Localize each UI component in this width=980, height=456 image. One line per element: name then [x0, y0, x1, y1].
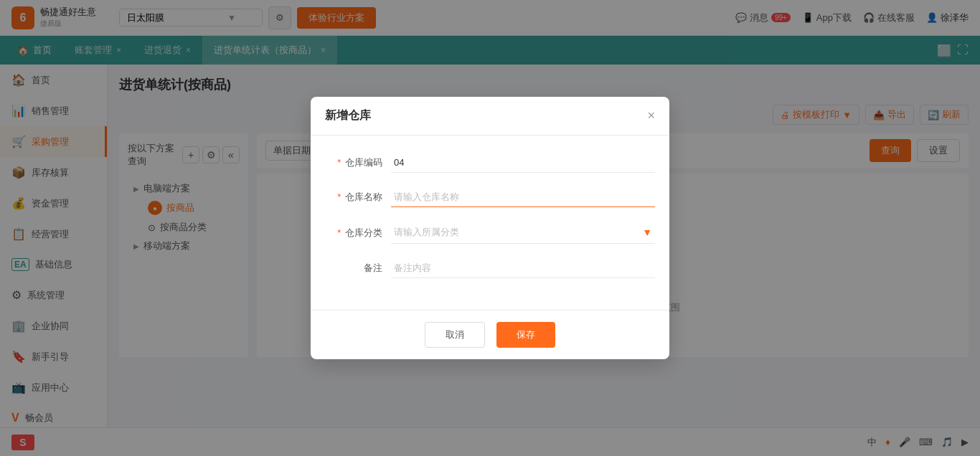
modal-close-button[interactable]: ×: [647, 108, 655, 123]
warehouse-code-input[interactable]: [391, 153, 655, 173]
modal-title: 新增仓库: [325, 108, 371, 123]
note-input[interactable]: [391, 258, 655, 278]
required-mark-category: *: [337, 227, 341, 238]
form-row-note: 备注: [325, 258, 655, 278]
name-label: * 仓库名称: [325, 191, 382, 204]
save-button[interactable]: 保存: [496, 322, 555, 348]
category-arrow-icon: ▼: [642, 227, 652, 238]
form-row-name: * 仓库名称: [325, 187, 655, 207]
required-mark-code: *: [337, 157, 341, 168]
note-label: 备注: [325, 262, 382, 275]
category-select[interactable]: 请输入所属分类 ▼: [391, 222, 655, 244]
add-warehouse-modal: 新增仓库 × * 仓库编码 * 仓库名称: [311, 97, 669, 359]
category-placeholder: 请输入所属分类: [394, 226, 642, 239]
form-row-category: * 仓库分类 请输入所属分类 ▼: [325, 222, 655, 244]
category-label: * 仓库分类: [325, 227, 382, 239]
code-label: * 仓库编码: [325, 156, 382, 169]
cancel-button[interactable]: 取消: [425, 322, 485, 348]
form-row-code: * 仓库编码: [325, 153, 655, 173]
modal-header: 新增仓库 ×: [311, 97, 669, 136]
required-mark-name: *: [337, 191, 341, 202]
modal-body: * 仓库编码 * 仓库名称 * 仓库分类 请输入所属: [311, 136, 669, 310]
modal-footer: 取消 保存: [311, 310, 669, 359]
modal-overlay: 新增仓库 × * 仓库编码 * 仓库名称: [0, 0, 980, 456]
warehouse-name-input[interactable]: [391, 187, 655, 207]
